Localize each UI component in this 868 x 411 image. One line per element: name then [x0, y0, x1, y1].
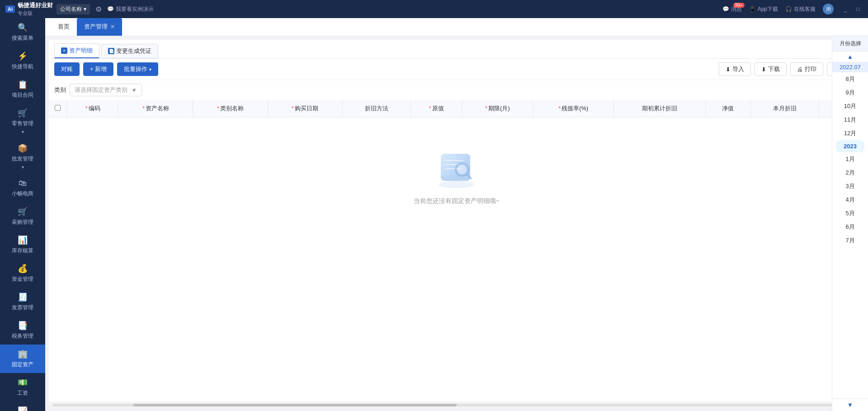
sidebar-item-fixed-assets[interactable]: 🏢 固定资产 — [0, 345, 45, 373]
month-item-12[interactable]: 12月 — [832, 127, 868, 140]
settings-icon[interactable]: ⚙ — [94, 3, 104, 15]
month-item-5[interactable]: 5月 — [832, 207, 868, 220]
purchase-icon: 🛒 — [18, 207, 28, 217]
sidebar-invoice-label: 发票管理 — [12, 304, 33, 312]
col-original-value: *原值 — [410, 100, 462, 118]
col-residual-rate: *残值率(%) — [533, 100, 614, 118]
operations-icon: 📈 — [18, 406, 28, 411]
print-icon: 🖨 — [797, 66, 803, 73]
minimize-button[interactable]: _ — [841, 5, 850, 14]
sidebar-item-tax[interactable]: 📑 税务管理 — [0, 316, 45, 345]
online-service-button[interactable]: 🎧 在线客服 — [785, 5, 816, 13]
fixed-assets-icon: 🏢 — [18, 349, 28, 359]
download-button[interactable]: ⬇ 下载 — [755, 62, 787, 76]
month-panel: 月份选择 ▲ 2022.07 8月 9月 10月 11月 12月 2023 1月… — [832, 36, 868, 411]
col-checkbox — [49, 100, 67, 118]
demo-icon: 💬 — [107, 6, 114, 12]
sub-tab-asset-detail[interactable]: ≡ 资产明细 — [54, 43, 99, 58]
month-item-10[interactable]: 10月 — [832, 99, 868, 113]
empty-illustration — [429, 145, 484, 190]
search-icon: 🔍 — [18, 23, 28, 33]
category-filter[interactable]: 请选择固定资产类别 ▼ — [70, 84, 142, 96]
invoice-icon: 🧾 — [18, 292, 28, 302]
col-category: *类别名称 — [193, 100, 268, 118]
app-logo: Ai — [5, 5, 15, 13]
batch-arrow-icon: ▾ — [149, 67, 151, 72]
col-depreciation-method: 折旧方法 — [342, 100, 410, 118]
tab-bar: 首页 资产管理 ✕ — [45, 18, 868, 36]
user-menu[interactable]: 用 — [823, 4, 834, 14]
sidebar-item-quick-nav[interactable]: ⚡ 快捷导航 — [0, 47, 45, 75]
chevron2-icon: ▾ — [22, 165, 24, 170]
sidebar-finance-label: 资金管理 — [12, 275, 33, 283]
month-item-9[interactable]: 9月 — [832, 86, 868, 99]
app-subtitle: 专业版 — [18, 10, 53, 17]
col-purchase-date: *购买日期 — [268, 100, 342, 118]
sidebar-item-payroll[interactable]: 💵 工资 — [0, 373, 45, 402]
app-download-button[interactable]: 📱 App下载 — [749, 5, 778, 13]
month-item-7[interactable]: 7月 — [832, 234, 868, 247]
sub-tab-asset-detail-label: 资产明细 — [69, 47, 93, 55]
chevron-icon: ▾ — [22, 129, 24, 134]
quick-nav-icon: ⚡ — [18, 51, 28, 61]
current-year-month[interactable]: 2022.07 — [832, 62, 868, 72]
sidebar-retail-label: 零售管理 — [12, 120, 33, 128]
sidebar-item-invoice[interactable]: 🧾 发票管理 — [0, 288, 45, 316]
company-name: 公司名称 — [60, 5, 82, 13]
reconcile-button[interactable]: 对账 — [54, 62, 80, 76]
month-item-3[interactable]: 3月 — [832, 180, 868, 193]
app-title: 畅捷通好业财 — [18, 1, 53, 9]
finance-icon: 💰 — [18, 264, 28, 274]
headset-icon: 🎧 — [785, 6, 792, 12]
maximize-button[interactable]: □ — [854, 5, 863, 14]
month-item-6[interactable]: 6月 — [832, 220, 868, 234]
col-accumulated-dep: 期初累计折旧 — [614, 100, 705, 118]
sidebar-item-inventory[interactable]: 📊 库存核算 — [0, 231, 45, 259]
month-up-nav[interactable]: ▲ — [832, 52, 868, 62]
main-layout: 🔍 搜索菜单 ⚡ 快捷导航 📋 项目合同 🛒 零售管理 ▾ 📦 批发管理 ▾ 🛍… — [0, 18, 868, 411]
col-code: *编码 — [67, 100, 118, 118]
scrollbar-thumb[interactable] — [133, 404, 457, 406]
month-down-nav[interactable]: ▼ — [832, 398, 868, 411]
tab-home-label: 首页 — [58, 23, 70, 31]
message-button[interactable]: 💬 消息 99+ — [722, 5, 742, 13]
month-item-11[interactable]: 11月 — [832, 113, 868, 127]
sub-tab-change-voucher[interactable]: 📄 变更生成凭证 — [101, 44, 158, 58]
sidebar-item-search[interactable]: 🔍 搜索菜单 — [0, 18, 45, 47]
print-button[interactable]: 🖨 打印 — [790, 62, 823, 76]
month-item-8[interactable]: 8月 — [832, 72, 868, 86]
sidebar-payroll-label: 工资 — [17, 389, 28, 397]
phone-icon: 📱 — [749, 6, 756, 12]
filter-label: 类别 — [54, 86, 66, 94]
demo-link[interactable]: 💬 我要看实例演示 — [107, 5, 154, 13]
sub-tabs: ≡ 资产明细 📄 变更生成凭证 — [49, 40, 864, 59]
month-item-1[interactable]: 1月 — [832, 152, 868, 166]
sidebar-item-retail[interactable]: 🛒 零售管理 ▾ — [0, 104, 45, 139]
sidebar-item-ecommerce[interactable]: 🛍 小畅电商 — [0, 174, 45, 202]
batch-button[interactable]: 批量操作 ▾ — [117, 62, 158, 76]
col-monthly-dep: 本月折旧 — [750, 100, 819, 118]
company-selector[interactable]: 公司名称 ▾ — [57, 4, 90, 14]
sidebar-item-project[interactable]: 📋 项目合同 — [0, 75, 45, 104]
tab-asset-management[interactable]: 资产管理 ✕ — [77, 18, 122, 36]
sidebar-item-operations[interactable]: 📈 经营管理 — [0, 402, 45, 411]
tab-home[interactable]: 首页 — [51, 18, 77, 36]
sidebar-tax-label: 税务管理 — [12, 332, 33, 340]
month-item-4[interactable]: 4月 — [832, 193, 868, 207]
month-item-2023[interactable]: 2023 — [836, 140, 864, 152]
sidebar-item-finance[interactable]: 💰 资金管理 — [0, 259, 45, 288]
sidebar-item-purchase[interactable]: 🛒 采购管理 — [0, 202, 45, 231]
download-icon: ⬇ — [761, 66, 766, 73]
message-badge: 99+ — [733, 3, 745, 8]
sidebar-item-wholesale[interactable]: 📦 批发管理 ▾ — [0, 139, 45, 174]
avatar: 用 — [823, 4, 834, 14]
add-button[interactable]: + 新增 — [83, 62, 113, 76]
horizontal-scrollbar[interactable] — [49, 402, 864, 407]
month-item-2[interactable]: 2月 — [832, 166, 868, 180]
import-button[interactable]: ⬇ 导入 — [719, 62, 751, 76]
select-all-checkbox[interactable] — [55, 105, 61, 111]
tab-close-icon[interactable]: ✕ — [110, 24, 115, 30]
sidebar-fixed-assets-label: 固定资产 — [12, 361, 33, 368]
col-asset-name: *资产名称 — [118, 100, 193, 118]
sidebar-search-label: 搜索菜单 — [12, 34, 33, 42]
